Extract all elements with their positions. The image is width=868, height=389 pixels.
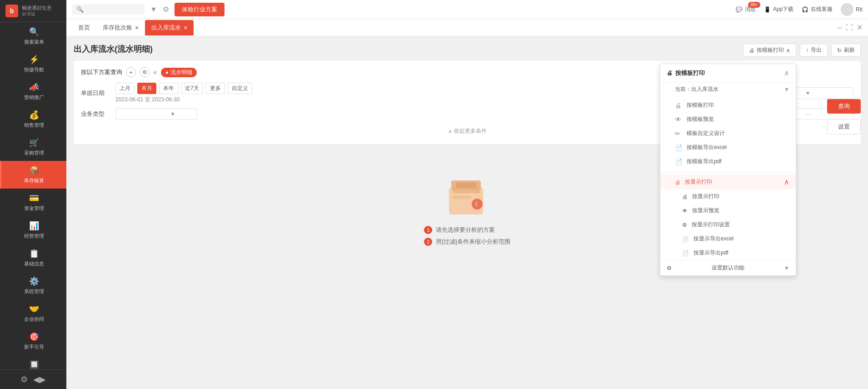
- template-customize-icon: ✏: [675, 130, 682, 137]
- date-btn-7days[interactable]: 近7天: [181, 83, 203, 94]
- sidebar-icon-operations: 📊: [29, 221, 39, 231]
- dp-sub-display-export-pdf[interactable]: 📄 按显示导出pdf: [660, 246, 796, 260]
- template-export-excel-icon: 📄: [675, 144, 682, 151]
- step-2-num: 2: [424, 238, 432, 246]
- app-download-item[interactable]: 📱 App下载: [764, 5, 793, 13]
- tab-right: ─ ⛶ ✕: [837, 23, 863, 32]
- dp-current-label: 当前：出入库流水: [675, 85, 718, 93]
- sidebar-item-operations[interactable]: 📊 经营管理: [0, 216, 66, 244]
- search-input[interactable]: [86, 6, 132, 13]
- sidebar-icon-appcenter: 🔲: [29, 359, 39, 369]
- date-btn-custom[interactable]: 自定义: [228, 83, 252, 94]
- sidebar-icon-sales: 💰: [29, 110, 39, 120]
- svg-point-5: [472, 199, 483, 209]
- dp-item-template-preview[interactable]: 👁 按模板预览: [660, 112, 796, 126]
- dp-item-template-export-excel[interactable]: 📄 按模板导出excel: [660, 140, 796, 155]
- date-btn-last-month[interactable]: 上月: [115, 83, 135, 94]
- tab-flow-close[interactable]: ×: [184, 24, 187, 31]
- filter-add-btn[interactable]: +: [126, 67, 136, 77]
- template-preview-icon: 👁: [675, 116, 682, 123]
- chevron-up-icon: ∧: [448, 128, 452, 135]
- filter-settings-btn[interactable]: ⚙: [140, 67, 150, 77]
- settings-button[interactable]: 设置: [827, 119, 861, 135]
- sidebar-item-search[interactable]: 🔍 搜索菜单: [0, 22, 66, 50]
- date-btn-this-month[interactable]: 本月: [137, 83, 156, 94]
- tab-close-window-icon[interactable]: ✕: [857, 23, 863, 32]
- settings-icon[interactable]: ⚙: [20, 374, 28, 384]
- page-content: 出入库流水(流水明细) 按以下方案查询 + ⚙ « ● 流水明细 单据日期: [66, 36, 868, 389]
- sidebar-label-inventory: 库存核算: [24, 177, 44, 184]
- sidebar-label-marketing: 营销推广: [24, 94, 44, 101]
- sidebar-item-purchase[interactable]: 🛒 采购管理: [0, 133, 66, 161]
- dp-item-template-customize[interactable]: ✏ 模板自定义设计: [660, 126, 796, 140]
- dp-template-section: 🖨 按模板打印 👁 按模板预览 ✏ 模板自定义设计: [660, 96, 796, 170]
- sidebar-item-inventory[interactable]: 📦 库存核算: [0, 161, 66, 189]
- top-header: 🔍 ▼ ⚙ 体验行业方案 💬 消息 99+ 📱 App下载 🎧 在线客服: [66, 0, 868, 19]
- dp-sub-display-export-excel[interactable]: 📄 按显示导出excel: [660, 232, 796, 246]
- sidebar-icon-finance: 💳: [29, 193, 39, 203]
- filter-collapse-icon[interactable]: «: [153, 68, 157, 76]
- date-btn-this-year[interactable]: 本年: [159, 83, 178, 94]
- header-gear-icon[interactable]: ⚙: [163, 5, 169, 14]
- dp-sub-display-preview[interactable]: 👁 按显示预览: [660, 204, 796, 218]
- sidebar-item-marketing[interactable]: 📣 营销推广: [0, 78, 66, 105]
- dp-close-icon[interactable]: ∧: [784, 69, 789, 77]
- date-range: 2023-06-01 至 2023-06-30: [115, 96, 252, 104]
- dp-footer[interactable]: ⚙ 设置默认功能 ▼: [660, 260, 796, 275]
- query-btn-area: 查询 设置: [827, 99, 861, 135]
- print-template-btn[interactable]: 🖨 按模板打印 ∧: [743, 44, 796, 57]
- tab-flow[interactable]: 出入库流水 ×: [145, 20, 194, 35]
- filter-chip-label: 流水明细: [170, 69, 192, 76]
- header-search[interactable]: 🔍: [72, 4, 145, 15]
- dp-display-print-section[interactable]: 🖨 按显示打印 ∧: [660, 175, 796, 190]
- refresh-btn[interactable]: ↻ 刷新: [831, 44, 861, 57]
- query-button[interactable]: 查询: [827, 99, 861, 114]
- dp-item-template-print[interactable]: 🖨 按模板打印: [660, 98, 796, 112]
- dp-item-template-export-pdf[interactable]: 📄 按模板导出pdf: [660, 155, 796, 169]
- sidebar-item-system[interactable]: ⚙️ 系统管理: [0, 272, 66, 299]
- online-service-item[interactable]: 🎧 在线客服: [802, 5, 833, 13]
- dp-current[interactable]: 当前：出入库流水 ▼: [660, 82, 796, 96]
- template-print-icon: 🖨: [675, 102, 682, 109]
- sidebar-item-cooperation[interactable]: 🤝 企业协同: [0, 299, 66, 327]
- dp-sub-display-settings[interactable]: ⚙ 按显示打印设置: [660, 218, 796, 232]
- sidebar-icon-purchase: 🛒: [29, 138, 39, 148]
- header-dropdown-icon[interactable]: ▼: [150, 5, 157, 14]
- sidebar-item-shortcut[interactable]: ⚡ 快捷导航: [0, 50, 66, 78]
- sidebar-item-appcenter[interactable]: 🔲 应用中心: [0, 355, 66, 369]
- display-print-section-label: 按显示打印: [685, 178, 712, 186]
- print-dropdown-container: 🖨 按模板打印 ∧ 🖨 按模板打印 ∧: [743, 44, 796, 57]
- sidebar-item-basic[interactable]: 📋 基础信息: [0, 244, 66, 272]
- svg-rect-2: [456, 182, 476, 188]
- display-print-section-arrow: ∧: [784, 178, 789, 186]
- date-btn-more[interactable]: 更多: [206, 83, 225, 94]
- sidebar-item-guide[interactable]: 🎯 新手引导: [0, 327, 66, 355]
- dp-sub-display-print[interactable]: 🖨 按显示打印: [660, 190, 796, 204]
- sidebar-scroll: 🔍 搜索菜单 ⚡ 快捷导航 📣 营销推广 💰 销售管理 🛒 采购管理 📦 库存核…: [0, 22, 66, 369]
- sidebar-logo: b 畅捷通好生意 标准版: [0, 0, 66, 22]
- tab-batch[interactable]: 库存批次账 ×: [96, 20, 145, 35]
- sidebar-item-sales[interactable]: 💰 销售管理: [0, 105, 66, 133]
- tab-batch-close[interactable]: ×: [135, 24, 139, 31]
- step-1-text: 请先选择要分析的方案: [436, 226, 495, 234]
- message-badge: 99+: [748, 2, 760, 8]
- company-name: 畅捷通好生意: [22, 5, 52, 11]
- sidebar-label-cooperation: 企业协同: [24, 316, 44, 323]
- tab-home[interactable]: 首页: [72, 20, 96, 35]
- message-item[interactable]: 💬 消息 99+: [736, 5, 756, 13]
- sidebar-item-finance[interactable]: 💳 资金管理: [0, 189, 66, 216]
- tab-minimize-icon[interactable]: ─: [837, 24, 842, 32]
- sidebar-label-operations: 经营管理: [24, 233, 44, 239]
- dp-divider: [660, 172, 796, 173]
- sidebar-label-search: 搜索菜单: [24, 39, 44, 45]
- refresh-icon: ↻: [837, 47, 842, 54]
- filter-chip[interactable]: ● 流水明细: [161, 68, 197, 77]
- business-type-select[interactable]: ▼: [115, 108, 197, 120]
- sidebar-bottom: ⚙ ◀▶: [0, 369, 66, 389]
- export-btn[interactable]: ↑ 导出: [800, 44, 828, 57]
- trial-button[interactable]: 体验行业方案: [175, 3, 224, 16]
- collapse-icon[interactable]: ◀▶: [33, 374, 46, 384]
- tab-maximize-icon[interactable]: ⛶: [846, 24, 853, 32]
- sidebar-label-purchase: 采购管理: [24, 150, 44, 156]
- user-item[interactable]: Rit: [841, 3, 863, 16]
